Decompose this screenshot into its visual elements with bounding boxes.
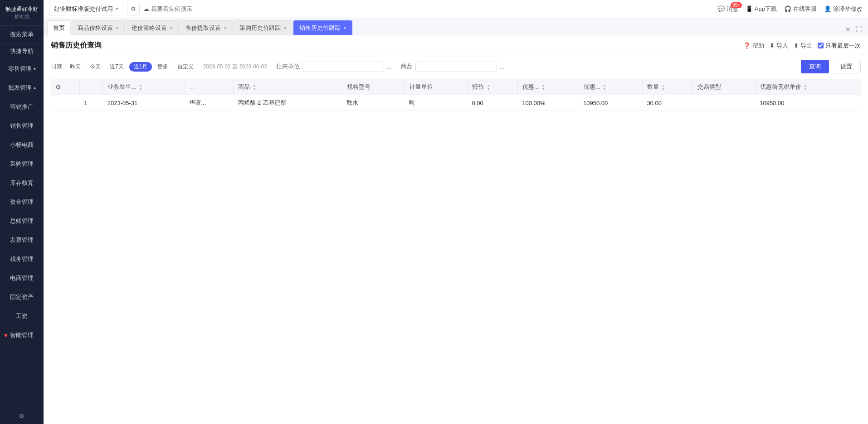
sidebar: 畅捷通好业财 标准版 搜索菜单 快捷导航 零售管理 ▾ 批发管理 ▴ 营销推广 …: [0, 0, 44, 424]
sidebar-item-label: 税务管理: [10, 255, 34, 263]
date-btn-7days[interactable]: 近7天: [106, 62, 127, 72]
product-more-btn[interactable]: ...: [500, 63, 505, 70]
tab-product-price-close[interactable]: ×: [116, 25, 119, 31]
sidebar-item-marketing[interactable]: 营销推广: [0, 97, 44, 116]
online-service-btn[interactable]: 🎧 在线客服: [784, 5, 817, 13]
sales-history-table: ⚙ 业务发生... ▴▾ ... 商品 ▴▾ 规格型号 计量: [51, 79, 861, 111]
demo-link[interactable]: ☁ 我要看实例演示: [143, 5, 192, 13]
maximize-window-btn[interactable]: ⛶: [853, 24, 864, 35]
close-window-btn[interactable]: ✕: [843, 24, 853, 35]
th-pretax-price[interactable]: 优惠前无税单价 ▴▾: [755, 79, 861, 95]
sidebar-item-label: 库存核算: [10, 179, 34, 187]
page-actions: ❓ 帮助 ⬇ 导入 ⬆ 导出 只看最后一次: [743, 42, 861, 50]
chevron-down-icon: ▾: [34, 66, 36, 71]
tab-sale-extract-close[interactable]: ×: [224, 25, 227, 31]
topbar-gear-button[interactable]: ⚙: [127, 3, 140, 15]
th-biz-date[interactable]: 业务发生... ▴▾: [103, 79, 185, 95]
tab-sales-history[interactable]: 销售历史价跟踪 ×: [293, 20, 352, 35]
only-last-checkbox-label[interactable]: 只看最后一次: [818, 42, 861, 50]
th-unit[interactable]: 计量单位: [405, 79, 467, 95]
sidebar-item-label: 资金管理: [10, 198, 34, 206]
th-discount-price[interactable]: 优惠... ▴▾: [579, 79, 642, 95]
th-quantity[interactable]: 数量 ▴▾: [642, 79, 692, 95]
user-icon: 👤: [824, 5, 831, 12]
sidebar-item-wholesale[interactable]: 批发管理 ▴: [0, 78, 44, 97]
company-selector[interactable]: 好业财标准版交付试用 ▾: [49, 3, 123, 15]
cell-unit: 吨: [405, 95, 467, 111]
tab-bar: 首页 商品价格设置 × 进价策略设置 × 售价提取设置 × 采购历史价跟踪 × …: [44, 18, 868, 35]
headset-icon: 🎧: [784, 5, 791, 12]
date-btn-more[interactable]: 更多: [154, 62, 172, 72]
query-btn[interactable]: 查询: [801, 60, 829, 73]
setting-btn[interactable]: 设置: [832, 60, 861, 73]
sidebar-search[interactable]: 搜索菜单: [0, 26, 44, 43]
th-gear[interactable]: ⚙: [51, 79, 79, 95]
messages-badge: 99+: [731, 2, 742, 8]
tab-sale-extract[interactable]: 售价提取设置 ×: [180, 20, 233, 35]
date-btn-1month[interactable]: 近1月: [129, 62, 152, 72]
sidebar-item-tax[interactable]: 税务管理: [0, 250, 44, 269]
phone-icon: 📱: [746, 5, 753, 12]
sidebar-item-salary[interactable]: 工资: [0, 307, 44, 326]
only-last-checkbox[interactable]: [818, 43, 824, 48]
sidebar-item-label: 销售管理: [10, 122, 34, 130]
sidebar-settings-btn[interactable]: ⚙: [0, 408, 44, 424]
sidebar-item-ecommerce[interactable]: 电商管理: [0, 269, 44, 288]
export-btn[interactable]: ⬆ 导出: [794, 42, 812, 50]
th-spec[interactable]: 规格型号: [342, 79, 405, 95]
date-btn-yesterday[interactable]: 昨天: [66, 62, 84, 72]
th-more[interactable]: ...: [185, 79, 233, 95]
table-header-row: ⚙ 业务发生... ▴▾ ... 商品 ▴▾ 规格型号 计量: [51, 79, 861, 95]
th-trans-type[interactable]: 交易类型: [692, 79, 755, 95]
chevron-down-icon: ▾: [116, 6, 118, 12]
user-menu-btn[interactable]: 👤 徐泽华修改: [824, 5, 863, 13]
main-area: 好业财标准版交付试用 ▾ ⚙ ☁ 我要看实例演示 💬 消息 99+ 📱 App下…: [44, 0, 868, 424]
import-btn[interactable]: ⬇ 导入: [770, 42, 788, 50]
from-unit-more-btn[interactable]: ...: [387, 63, 392, 70]
sidebar-item-sales[interactable]: 销售管理: [0, 116, 44, 135]
sidebar-item-label: 营销推广: [10, 103, 34, 111]
th-discount-rate[interactable]: 优惠... ▴▾: [517, 79, 579, 95]
date-btn-today[interactable]: 今天: [86, 62, 104, 72]
tab-sales-history-close[interactable]: ×: [343, 25, 346, 31]
sidebar-item-ledger[interactable]: 总账管理: [0, 212, 44, 231]
tab-product-price[interactable]: 商品价格设置 ×: [72, 20, 125, 35]
dot-icon: [5, 334, 7, 337]
th-price[interactable]: 报价 ▴▾: [467, 79, 517, 95]
app-download-btn[interactable]: 📱 App下载: [746, 5, 777, 13]
tab-home[interactable]: 首页: [47, 20, 71, 35]
sidebar-item-inventory[interactable]: 库存核算: [0, 173, 44, 193]
from-unit-input[interactable]: [302, 62, 384, 72]
cell-biz-date: 2023-05-31: [103, 95, 185, 111]
tab-purchase-history[interactable]: 采购历史价跟踪 ×: [234, 20, 293, 35]
date-btn-custom[interactable]: 自定义: [174, 62, 197, 72]
app-download-label: App下载: [755, 5, 777, 13]
tab-purchase-history-close[interactable]: ×: [283, 25, 287, 31]
sidebar-item-retail[interactable]: 零售管理 ▾: [0, 59, 44, 78]
sidebar-item-assets[interactable]: 固定资产: [0, 288, 44, 307]
table-gear-icon[interactable]: ⚙: [55, 83, 61, 91]
cell-price: 0.00: [467, 95, 517, 111]
sidebar-item-finance[interactable]: 资金管理: [0, 193, 44, 212]
sidebar-item-smart[interactable]: 智能管理: [0, 326, 44, 345]
sidebar-item-invoice[interactable]: 发票管理: [0, 231, 44, 250]
page-header: 销售历史价查询 ❓ 帮助 ⬇ 导入 ⬆ 导出 只看最后一次: [44, 35, 868, 54]
date-buttons: 昨天 今天 近7天 近1月 更多 自定义: [66, 62, 197, 72]
product-input[interactable]: [415, 62, 497, 72]
th-product[interactable]: 商品 ▴▾: [234, 79, 342, 95]
sidebar-quick-nav[interactable]: 快捷导航: [0, 43, 44, 59]
sidebar-item-small-ecommerce[interactable]: 小畅电商: [0, 135, 44, 154]
query-actions: 查询 设置: [801, 60, 861, 73]
sidebar-item-label: 智能管理: [10, 331, 34, 339]
sidebar-item-purchase[interactable]: 采购管理: [0, 154, 44, 173]
chevron-up-icon: ▴: [34, 85, 36, 90]
tab-purchase-strategy-close[interactable]: ×: [170, 25, 173, 31]
messages-btn[interactable]: 💬 消息 99+: [717, 5, 738, 13]
help-btn[interactable]: ❓ 帮助: [743, 42, 764, 50]
app-title: 畅捷通好业财: [5, 5, 38, 13]
cell-product: 丙烯酸-2-乙基已酯: [234, 95, 342, 111]
export-icon: ⬆: [794, 42, 799, 49]
tab-purchase-strategy[interactable]: 进价策略设置 ×: [126, 20, 179, 35]
filter-row: 日期 昨天 今天 近7天 近1月 更多 自定义 2023-05-02 至 202…: [44, 54, 868, 79]
table-row[interactable]: 1 2023-05-31 华谊... 丙烯酸-2-乙基已酯 散水 吨 0.00 …: [51, 95, 861, 111]
